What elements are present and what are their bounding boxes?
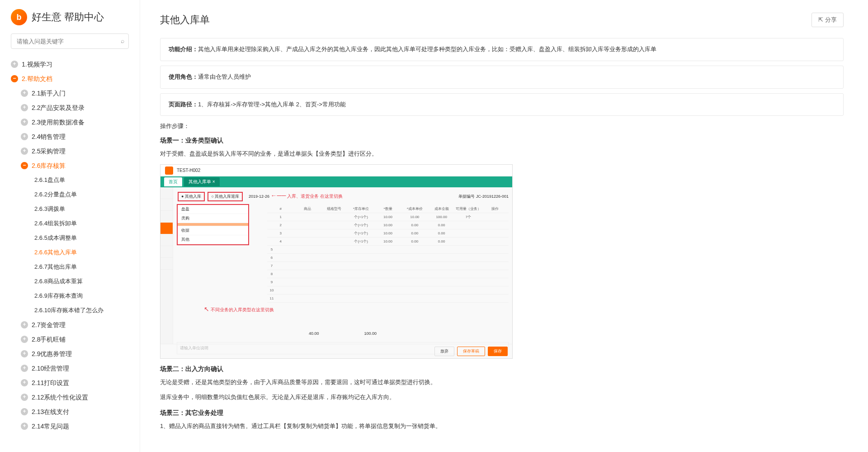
sp-total2: 100.00 bbox=[364, 331, 377, 336]
expand-icon[interactable] bbox=[21, 119, 28, 126]
tree-item[interactable]: 2.6.3调拨单 bbox=[11, 202, 129, 216]
tree-item-label: 2.1新手入门 bbox=[32, 90, 66, 97]
tree-item-label: 2.8手机旺铺 bbox=[32, 336, 66, 343]
sp-th: 规格型号 bbox=[321, 206, 348, 211]
sp-dropdown-item bbox=[178, 223, 248, 226]
expand-icon[interactable] bbox=[21, 379, 28, 386]
sp-th: 可用量（业务） bbox=[455, 206, 481, 211]
tree-item[interactable]: 2.6.7其他出库单 bbox=[11, 260, 129, 274]
tree-item-label: 2.7资金管理 bbox=[32, 321, 66, 328]
search-box: ⌕ bbox=[11, 33, 129, 49]
sp-date: 2019-12-26 bbox=[249, 194, 269, 199]
sp-radio2: ○ 其他入库退库 bbox=[208, 192, 243, 201]
sp-td: 0.00 bbox=[401, 223, 428, 227]
tree-item[interactable]: 2.6库存核算 bbox=[11, 158, 129, 173]
sp-tr: 2个(=1个)10.000.000.00 bbox=[267, 221, 509, 229]
tree-item-label: 2.帮助文档 bbox=[22, 75, 52, 82]
expand-icon[interactable] bbox=[21, 133, 28, 140]
sp-content: ● 其他入库 ○ 其他入库退库 2019-12-26 ←── 入库、退货业务 在… bbox=[173, 187, 512, 344]
intro-label: 功能介绍： bbox=[169, 46, 198, 52]
tree-item[interactable]: 2.5采购管理 bbox=[11, 144, 129, 158]
tree-item[interactable]: 2.6.10库存账本错了怎么办 bbox=[11, 303, 129, 318]
sp-tab-home: 首页 bbox=[164, 177, 182, 186]
expand-icon[interactable] bbox=[21, 104, 28, 111]
tree-item[interactable]: 2.6.5成本调整单 bbox=[11, 231, 129, 245]
search-icon[interactable]: ⌕ bbox=[121, 37, 124, 44]
tree-item[interactable]: 2.14常见问题 bbox=[11, 419, 129, 433]
nav-tree: 1.视频学习2.帮助文档2.1新手入门2.2产品安装及登录2.3使用前数据准备2… bbox=[11, 57, 129, 433]
tree-item-label: 2.3使用前数据准备 bbox=[32, 119, 85, 126]
sp-th: *库存单位 bbox=[348, 206, 374, 211]
app-title: 好生意 帮助中心 bbox=[32, 10, 104, 24]
sp-tr: 10 bbox=[267, 286, 509, 295]
tree-item[interactable]: 2.10经营管理 bbox=[11, 361, 129, 376]
sp-red-note2: 不同业务的入库类型在这里切换 bbox=[211, 307, 274, 312]
tree-item[interactable]: 2.8手机旺铺 bbox=[11, 332, 129, 347]
tree-item-label: 2.10经营管理 bbox=[32, 365, 69, 372]
expand-icon[interactable] bbox=[21, 350, 28, 357]
expand-icon[interactable] bbox=[21, 90, 28, 97]
sp-th: # bbox=[267, 207, 294, 211]
tree-item[interactable]: 2.6.9库存账本查询 bbox=[11, 289, 129, 303]
tree-item[interactable]: 2.7资金管理 bbox=[11, 318, 129, 332]
tree-item[interactable]: 2.1新手入门 bbox=[11, 86, 129, 100]
page-title: 其他入库单 bbox=[160, 13, 210, 27]
sp-header-text: TEST-H002 bbox=[177, 168, 200, 173]
sp-dropdown-item: 收据 bbox=[178, 226, 248, 235]
tree-item[interactable]: 2.6.6其他入库单 bbox=[11, 245, 129, 260]
expand-icon[interactable] bbox=[11, 61, 18, 68]
share-button[interactable]: ⇱ 分享 bbox=[811, 13, 844, 27]
tree-item[interactable]: 2.2产品安装及登录 bbox=[11, 100, 129, 115]
main-content: 其他入库单 ⇱ 分享 功能介绍：其他入库单用来处理除采购入库、产成品入库之外的其… bbox=[140, 0, 863, 452]
tree-item[interactable]: 2.9优惠券管理 bbox=[11, 347, 129, 361]
tree-item[interactable]: 2.12系统个性化设置 bbox=[11, 390, 129, 404]
tree-item-label: 2.2产品安装及登录 bbox=[32, 104, 85, 111]
sp-td: 2 bbox=[267, 223, 294, 227]
sp-total1: 40.00 bbox=[309, 331, 319, 336]
sp-td: 3 bbox=[267, 231, 294, 235]
tree-item[interactable]: 2.11打印设置 bbox=[11, 376, 129, 390]
tree-item[interactable]: 1.视频学习 bbox=[11, 57, 129, 71]
collapse-icon[interactable] bbox=[11, 75, 18, 82]
expand-icon[interactable] bbox=[21, 336, 28, 343]
scene2-title: 场景二：出入方向确认 bbox=[160, 365, 844, 373]
tree-item-label: 2.5采购管理 bbox=[32, 147, 66, 155]
expand-icon[interactable] bbox=[21, 365, 28, 372]
sp-header: TEST-H002 bbox=[160, 165, 512, 176]
tree-item-label: 2.11打印设置 bbox=[32, 379, 69, 386]
sp-tr: 7 bbox=[267, 262, 509, 270]
tree-item-label: 2.6.2分量盘点单 bbox=[34, 191, 77, 198]
sp-td: 个(=1个) bbox=[348, 231, 374, 236]
sp-btn-cancel: 放弃 bbox=[434, 347, 454, 356]
tree-item[interactable]: 2.4销售管理 bbox=[11, 129, 129, 144]
scene2-desc2: 退库业务中，明细数量均以负值红色展示。无论是入库还是退库，库存账均记在入库方向。 bbox=[160, 392, 844, 403]
sp-td: 0.00 bbox=[428, 239, 455, 243]
tree-item[interactable]: 2.6.4组装拆卸单 bbox=[11, 216, 129, 231]
scene1-title: 场景一：业务类型确认 bbox=[160, 137, 844, 145]
sp-td: 0.00 bbox=[401, 239, 428, 243]
tree-item[interactable]: 2.6.2分量盘点单 bbox=[11, 187, 129, 202]
tree-item[interactable]: 2.3使用前数据准备 bbox=[11, 115, 129, 129]
collapse-icon[interactable] bbox=[21, 162, 28, 169]
sp-td: 1 bbox=[267, 215, 294, 219]
tree-item-label: 2.6.5成本调整单 bbox=[34, 234, 77, 241]
expand-icon[interactable] bbox=[21, 147, 28, 155]
tree-item-label: 2.6.4组装拆卸单 bbox=[34, 220, 77, 227]
tree-item[interactable]: 2.6.1盘点单 bbox=[11, 173, 129, 187]
tree-item[interactable]: 2.6.8商品成本重算 bbox=[11, 274, 129, 289]
path-box: 页面路径：1、库存核算->库存管理->其他入库单 2、首页->常用功能 bbox=[160, 93, 844, 116]
tree-item[interactable]: 2.帮助文档 bbox=[11, 71, 129, 86]
sp-table: #商品规格型号*库存单位*数量*成本单价成本金额可用量（业务）操作1个(=1个)… bbox=[267, 205, 509, 303]
sp-tr: 1个(=1个)10.0010.00100.007个 bbox=[267, 213, 509, 221]
expand-icon[interactable] bbox=[21, 321, 28, 328]
expand-icon[interactable] bbox=[21, 408, 28, 415]
tree-item-label: 2.6.8商品成本重算 bbox=[34, 278, 83, 285]
role-box: 使用角色：通常由仓管人员维护 bbox=[160, 66, 844, 89]
search-input[interactable] bbox=[11, 33, 129, 49]
tree-item[interactable]: 2.13在线支付 bbox=[11, 404, 129, 419]
logo-icon: b bbox=[11, 9, 27, 25]
sp-tr: 4个(=1个)10.000.000.00 bbox=[267, 238, 509, 246]
expand-icon[interactable] bbox=[21, 423, 28, 430]
expand-icon[interactable] bbox=[21, 394, 28, 401]
sp-logo-icon bbox=[165, 167, 173, 175]
